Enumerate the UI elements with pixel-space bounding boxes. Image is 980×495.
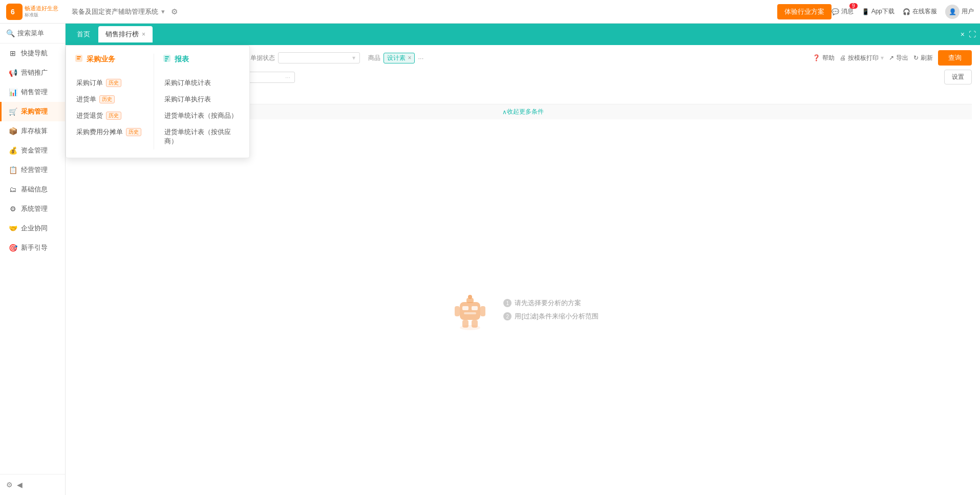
guide-icon: 🎯 — [9, 244, 17, 252]
tab-home[interactable]: 首页 — [70, 26, 97, 42]
user-action[interactable]: 👤 用户 — [945, 5, 974, 19]
help-btn[interactable]: ❓ 帮助 — [813, 54, 835, 62]
query-btn[interactable]: 查询 — [938, 50, 972, 66]
empty-wrapper: 1 请先选择要分析的方案 2 用[过滤]条件来缩小分析范围 — [447, 287, 598, 333]
header-actions: ❓ 帮助 🖨 按模板打印 ▾ ↗ 导出 ↻ — [813, 50, 972, 66]
svg-text:6: 6 — [11, 8, 15, 16]
history-badge-2: 历史 — [106, 112, 121, 120]
menu-item-purchase-order[interactable]: 采购订单 历史 — [74, 75, 154, 91]
user-avatar: 👤 — [945, 5, 960, 19]
menu-item-receipt-by-supplier[interactable]: 进货单统计表（按供应商） — [162, 124, 242, 149]
dropdown-menu: 采购业务 采购订单 历史 进货单 历史 进货退货 历史 采购费用分摊单 历史 — [66, 45, 250, 158]
sidebar-bottom: ⚙ ◀ — [0, 474, 65, 495]
export-btn[interactable]: ↗ 导出 — [889, 54, 908, 62]
sidebar-item-purchase[interactable]: 🛒 采购管理 — [0, 102, 65, 121]
sidebar-item-system[interactable]: ⚙ 系统管理 — [0, 199, 65, 219]
headset-icon: 🎧 — [903, 8, 910, 15]
collapse-up-icon: ∧ — [502, 109, 507, 116]
svg-rect-11 — [462, 320, 468, 328]
menu-item-purchase-receipt[interactable]: 进货单 历史 — [74, 91, 154, 107]
message-badge: 9 — [849, 3, 858, 9]
phone-icon: 📱 — [862, 8, 869, 15]
sidebar-item-quick-nav[interactable]: ⊞ 快捷导航 — [0, 44, 65, 63]
set-btn-wrapper: 设置 — [944, 70, 972, 84]
system-settings-icon[interactable]: ⚙ — [171, 7, 178, 16]
sidebar-item-guide[interactable]: 🎯 新手引导 — [0, 238, 65, 257]
logo-badge: 标准版 — [25, 12, 58, 18]
sidebar-item-search[interactable]: 🔍 搜索菜单 — [0, 24, 65, 44]
system-title: 装备及固定资产辅助管理系统 ▾ ⚙ — [72, 7, 777, 16]
sidebar-item-marketing[interactable]: 📢 营销推广 — [0, 63, 65, 82]
empty-robot-illustration — [447, 287, 493, 333]
set-btn[interactable]: 设置 — [944, 70, 972, 84]
print-btn[interactable]: 🖨 按模板打印 ▾ — [840, 54, 884, 62]
sidebar-item-sales[interactable]: 📊 销售管理 — [0, 82, 65, 102]
inventory-icon: 📦 — [9, 127, 17, 135]
main-content: 1 请先选择要分析的方案 2 用[过滤]条件来缩小分析范围 — [66, 124, 980, 495]
svg-point-8 — [468, 295, 472, 299]
basic-icon: 🗂 — [9, 185, 17, 193]
operation-icon: 📋 — [9, 166, 17, 174]
message-action[interactable]: 💬 消息 9 — [832, 7, 854, 16]
svg-rect-5 — [472, 306, 478, 310]
logo-text: 畅通道好生意 — [25, 5, 58, 12]
tab-actions: × ⛶ — [961, 30, 976, 38]
sidebar-item-enterprise[interactable]: 🤝 企业协同 — [0, 219, 65, 238]
goods-label: 商品 — [368, 54, 380, 62]
history-badge-1: 历史 — [99, 95, 115, 103]
purchase-icon: 🛒 — [9, 107, 17, 116]
svg-rect-3 — [460, 302, 480, 320]
menu-item-purchase-expense[interactable]: 采购费用分摊单 历史 — [74, 124, 154, 140]
sidebar-item-finance[interactable]: 💰 资金管理 — [0, 141, 65, 160]
app-download-action[interactable]: 📱 App下载 — [862, 7, 894, 16]
tab-fullscreen-icon[interactable]: ⛶ — [969, 30, 976, 38]
report-section: 报表 采购订单统计表 采购订单执行表 进货单统计表（按商品） 进货单统计表（按供… — [154, 54, 242, 149]
top-bar: 6 畅通道好生意 标准版 装备及固定资产辅助管理系统 ▾ ⚙ 体验行业方案 💬 … — [0, 0, 980, 24]
app-container: 6 畅通道好生意 标准版 装备及固定资产辅助管理系统 ▾ ⚙ 体验行业方案 💬 … — [0, 0, 980, 495]
refresh-icon: ↻ — [913, 54, 919, 61]
top-right: 💬 消息 9 📱 App下载 🎧 在线客服 👤 用户 — [832, 5, 974, 19]
purchase-section-icon — [74, 54, 83, 64]
system-dropdown-arrow[interactable]: ▾ — [161, 8, 165, 15]
goods-tag-remove[interactable]: × — [408, 54, 411, 61]
history-badge-0: 历史 — [106, 79, 121, 87]
goods-filter-group: 商品 设计素 × ··· — [368, 53, 423, 63]
menu-item-order-stats[interactable]: 采购订单统计表 — [162, 75, 242, 91]
tab-bar: 首页 销售排行榜 × × ⛶ — [66, 24, 980, 45]
sidebar-item-basic[interactable]: 🗂 基础信息 — [0, 180, 65, 199]
marketing-icon: 📢 — [9, 69, 17, 77]
empty-state: 1 请先选择要分析的方案 2 用[过滤]条件来缩小分析范围 — [503, 298, 598, 321]
menu-item-order-exec[interactable]: 采购订单执行表 — [162, 91, 242, 107]
history-badge-3: 历史 — [126, 128, 141, 136]
tab-close-icon[interactable]: × — [142, 31, 145, 38]
svg-rect-12 — [472, 320, 478, 328]
voucher-status-group: 单据状态 ▾ — [250, 52, 360, 63]
menu-item-receipt-by-goods[interactable]: 进货单统计表（按商品） — [162, 107, 242, 124]
industry-btn[interactable]: 体验行业方案 — [777, 4, 832, 19]
svg-rect-15 — [77, 58, 80, 59]
goods-tag: 设计素 × — [384, 53, 415, 63]
sidebar-item-operation[interactable]: 📋 经营管理 — [0, 160, 65, 180]
svg-rect-18 — [165, 58, 168, 59]
tab-sales-rank[interactable]: 销售排行榜 × — [98, 26, 153, 42]
print-icon: 🖨 — [840, 54, 846, 61]
svg-rect-4 — [462, 306, 468, 310]
bottom-settings-icon[interactable]: ⚙ — [6, 481, 13, 489]
voucher-status-select[interactable]: ▾ — [278, 52, 360, 63]
menu-item-purchase-return[interactable]: 进货退货 历史 — [74, 107, 154, 124]
purchase-section-title: 采购业务 — [74, 54, 154, 69]
sidebar-item-inventory[interactable]: 📦 库存核算 — [0, 121, 65, 141]
tab-close-window-icon[interactable]: × — [961, 30, 965, 38]
logo-icon: 6 — [6, 4, 23, 20]
report-section-icon — [162, 54, 172, 64]
online-service-action[interactable]: 🎧 在线客服 — [903, 7, 937, 16]
report-section-title: 报表 — [162, 54, 242, 69]
message-icon: 💬 — [832, 8, 839, 15]
svg-rect-19 — [165, 60, 167, 61]
goods-more-dots[interactable]: ··· — [418, 54, 423, 62]
system-icon: ⚙ — [9, 205, 17, 213]
help-icon: ❓ — [813, 54, 820, 61]
collapse-sidebar-icon[interactable]: ◀ — [17, 481, 23, 489]
refresh-btn[interactable]: ↻ 刷新 — [913, 54, 933, 62]
svg-rect-6 — [464, 312, 476, 314]
